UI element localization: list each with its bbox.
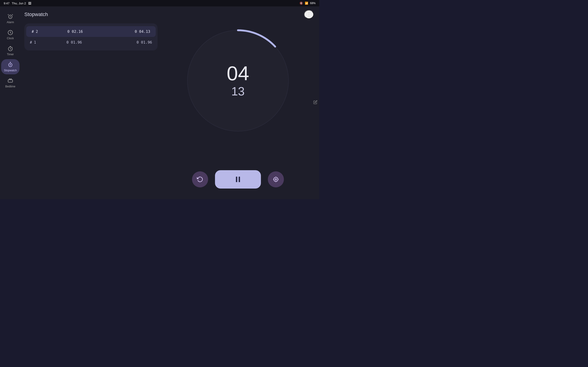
laps-panel: # 2 0 02.16 0 04.13 # 1 0 01.96 0 01.96 [24, 23, 157, 50]
status-right: 🔇 📶 68% [300, 2, 316, 5]
stopwatch-seconds: 04 [227, 63, 249, 83]
lap-button[interactable] [268, 171, 284, 187]
svg-point-3 [10, 65, 10, 65]
lap-1-num: # 1 [30, 40, 48, 44]
status-date: Thu, Jun 2 [12, 2, 26, 5]
alarm-icon [7, 13, 14, 20]
sidebar-item-timer[interactable]: Timer [1, 43, 19, 58]
sidebar: Alarm Clock Timer [0, 6, 21, 199]
stopwatch-icon-active [7, 61, 14, 68]
lap-2-num: # 2 [32, 30, 50, 34]
sidebar-item-alarm[interactable]: Alarm [1, 11, 19, 26]
lap-2-total: 0 04.13 [100, 29, 150, 34]
bedtime-icon [7, 77, 14, 84]
mute-icon: 🔇 [300, 2, 303, 5]
timer-icon [7, 45, 14, 52]
sidebar-label-timer: Timer [7, 53, 14, 56]
edit-pencil-icon[interactable] [313, 100, 317, 106]
lap-1-time: 0 01.96 [48, 40, 100, 44]
stopwatch-centiseconds: 13 [227, 84, 249, 98]
pause-button[interactable] [215, 170, 261, 189]
pause-icon [234, 175, 242, 184]
sidebar-label-clock: Clock [7, 37, 14, 40]
bottom-buttons [192, 170, 284, 193]
sidebar-label-bedtime: Bedtime [5, 85, 15, 88]
wifi-icon: 📶 [305, 2, 308, 5]
more-menu-button[interactable]: ⋮ [304, 10, 314, 19]
main-content: Stopwatch ⋮ # 2 0 02.16 0 04.13 # 1 0 01… [21, 6, 319, 199]
clock-icon [7, 29, 14, 36]
sidebar-item-stopwatch[interactable]: Stopwatch [1, 59, 19, 74]
status-left: 9:47 Thu, Jun 2 🖼 [4, 2, 31, 5]
status-bar: 9:47 Thu, Jun 2 🖼 🔇 📶 68% [0, 0, 319, 6]
lap-row-1: # 1 0 01.96 0 01.96 [24, 37, 157, 48]
sidebar-item-bedtime[interactable]: Bedtime [1, 75, 19, 90]
sidebar-label-stopwatch: Stopwatch [4, 69, 17, 72]
circle-container: 04 13 [181, 23, 295, 138]
svg-point-9 [274, 177, 278, 182]
svg-rect-8 [239, 177, 240, 182]
sidebar-label-alarm: Alarm [7, 21, 14, 24]
sidebar-item-clock[interactable]: Clock [1, 27, 19, 42]
svg-point-10 [275, 179, 277, 180]
gallery-icon: 🖼 [28, 2, 31, 5]
page-title: Stopwatch [24, 11, 48, 17]
status-time: 9:47 [4, 2, 9, 5]
battery-text: 68% [310, 2, 316, 5]
reset-button[interactable] [192, 171, 208, 187]
svg-rect-7 [236, 177, 237, 182]
lap-row-2: # 2 0 02.16 0 04.13 [26, 26, 156, 37]
reset-icon [197, 176, 203, 183]
page-header: Stopwatch ⋮ [24, 10, 314, 19]
lap-icon [273, 176, 279, 183]
lap-2-time: 0 02.16 [50, 29, 100, 34]
app-container: Alarm Clock Timer [0, 6, 319, 199]
svg-rect-4 [8, 80, 13, 82]
lap-1-total: 0 01.96 [100, 40, 152, 44]
circle-display: 04 13 [227, 63, 249, 98]
body-layout: # 2 0 02.16 0 04.13 # 1 0 01.96 0 01.96 [24, 23, 314, 195]
stopwatch-area: 04 13 [162, 23, 314, 195]
